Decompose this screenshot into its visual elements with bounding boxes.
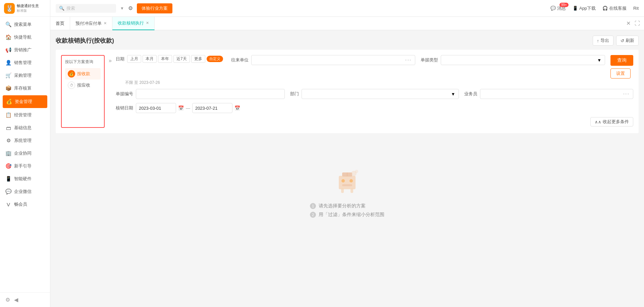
receivable-icon: ⏱	[68, 82, 75, 89]
counterpart-ellipsis[interactable]: ···	[405, 57, 412, 63]
date-note: 不限 至 2023-07-26	[125, 80, 633, 86]
main-area: 🔍 搜索 ▼ ⚙ 体验行业方案 💬 消息 99+ 📱 App下载 🎧 在线客服 …	[50, 0, 644, 307]
tab-home[interactable]: 首页	[50, 17, 70, 30]
export-icon: ↑	[597, 38, 599, 43]
tab-prepay[interactable]: 预付冲应付单 ✕	[70, 17, 112, 30]
sidebar: 🐰 畅捷通好生意 标准版 🔍搜索菜单 🏠快捷导航 📢营销推广 👤销售管理 🛒采购…	[0, 0, 50, 307]
refresh-button[interactable]: ↺ 刷新	[616, 36, 639, 46]
date-this-month[interactable]: 本月	[143, 55, 157, 63]
close-tab-icon[interactable]: ✕	[626, 20, 631, 27]
sidebar-footer: ⚙ ◀	[0, 292, 50, 307]
finance-icon: 💰	[6, 99, 12, 105]
collapse-sidebar-icon[interactable]: ◀	[14, 297, 18, 303]
doc-type-chevron: ▼	[597, 58, 601, 63]
dept-select[interactable]: ▼	[302, 89, 459, 99]
empty-tips: 1 请先选择要分析的方案 2 用「过滤」条件来缩小分析范围	[310, 203, 384, 218]
collapse-more-btn[interactable]: ∧∧ 收起更多条件	[590, 117, 633, 126]
sidebar-item-system[interactable]: ⚙系统管理	[0, 134, 50, 147]
topbar-right: 💬 消息 99+ 📱 App下载 🎧 在线客服 Rit	[550, 5, 639, 11]
sidebar-item-guide[interactable]: 🎯新手引导	[0, 160, 50, 172]
svg-rect-7	[351, 188, 353, 193]
setting-button[interactable]: 设置	[610, 68, 631, 79]
date-separator: —	[186, 106, 190, 111]
doc-no-label: 单据编号	[116, 91, 133, 97]
doc-type-label: 单据类型	[421, 57, 438, 63]
verify-date-range: 📅 — 📅	[136, 103, 240, 113]
collapse-arrow[interactable]: »	[109, 55, 112, 128]
query-by-receivable[interactable]: ⏱ 按应收	[65, 80, 101, 91]
date-this-year[interactable]: 本年	[158, 55, 172, 63]
tip-num-1: 1	[310, 203, 316, 209]
filter-form: 日期 上月 本月 本年 近7天 更多 自定义 往来单位 ·	[116, 55, 633, 128]
verify-date-end[interactable]	[192, 103, 232, 113]
industry-btn[interactable]: 体验行业方案	[137, 3, 172, 13]
date-7days[interactable]: 近7天	[173, 55, 190, 63]
sidebar-item-member[interactable]: V畅会员	[0, 198, 50, 211]
verify-date-start-calendar[interactable]: 📅	[178, 105, 184, 111]
sidebar-item-quick-nav[interactable]: 🏠快捷导航	[0, 31, 50, 44]
date-more[interactable]: 更多	[191, 55, 205, 63]
tip-num-2: 2	[310, 212, 316, 218]
topbar-search-box[interactable]: 🔍 搜索	[56, 4, 116, 13]
topbar-username[interactable]: Rit	[633, 6, 639, 11]
date-last-month[interactable]: 上月	[127, 55, 141, 63]
svg-point-3	[341, 179, 345, 183]
date-custom-badge: 自定义	[207, 56, 223, 62]
sidebar-item-marketing[interactable]: 📢营销推广	[0, 44, 50, 56]
date-label: 日期	[116, 56, 124, 62]
topbar-messages[interactable]: 💬 消息 99+	[550, 5, 566, 11]
settings-footer-icon[interactable]: ⚙	[5, 297, 10, 303]
sidebar-item-hardware[interactable]: 📱智能硬件	[0, 172, 50, 185]
sidebar-logo: 🐰 畅捷通好生意 标准版	[0, 0, 50, 17]
service-icon: 🎧	[602, 6, 608, 11]
svg-rect-0	[339, 176, 356, 189]
empty-illustration	[330, 164, 364, 198]
query-button[interactable]: 查询	[610, 55, 633, 66]
sidebar-item-enterprise[interactable]: 🏢企业协同	[0, 147, 50, 160]
sidebar-nav: 🔍搜索菜单 🏠快捷导航 📢营销推广 👤销售管理 🛒采购管理 📦库存核算 💰资金管…	[0, 17, 50, 292]
filter-btn-group: 查询 设置	[610, 55, 633, 79]
topbar-online-service[interactable]: 🎧 在线客服	[602, 5, 627, 11]
query-selector-title: 按以下方案查询	[65, 59, 101, 65]
empty-state: 1 请先选择要分析的方案 2 用「过滤」条件来缩小分析范围	[56, 137, 639, 245]
logo-sub: 标准版	[17, 8, 39, 13]
enterprise-icon: 🏢	[5, 150, 11, 156]
receipt-icon: 💰	[68, 70, 75, 78]
sidebar-item-inventory[interactable]: 📦库存核算	[0, 82, 50, 95]
empty-tip-2: 2 用「过滤」条件来缩小分析范围	[310, 212, 384, 218]
home-icon: 🏠	[5, 34, 11, 40]
expand-tab-icon[interactable]: ⛶	[635, 20, 640, 27]
tab-receipt-close[interactable]: ✕	[146, 21, 149, 25]
topbar-gear-icon[interactable]: ⚙	[128, 5, 133, 11]
sidebar-item-finance[interactable]: 💰资金管理	[3, 95, 47, 108]
verify-date-start[interactable]	[136, 103, 176, 113]
verify-date-end-calendar[interactable]: 📅	[234, 105, 240, 111]
export-button[interactable]: ↑ 导出	[593, 36, 614, 46]
topbar-chevron-icon[interactable]: ▼	[120, 6, 124, 11]
tab-prepay-close[interactable]: ✕	[104, 21, 107, 25]
tab-receipt-exec[interactable]: 收款核销执行 ✕	[112, 17, 155, 30]
doc-type-select[interactable]: ▼	[441, 55, 605, 65]
refresh-icon: ↺	[621, 38, 624, 43]
query-by-receipt[interactable]: 💰 按收款	[65, 68, 101, 80]
by-receipt-label: 按收款	[77, 71, 90, 77]
logo-icon: 🐰	[4, 3, 15, 14]
marketing-icon: 📢	[5, 47, 11, 53]
member-icon: V	[5, 202, 11, 207]
svg-point-4	[350, 179, 353, 183]
svg-rect-5	[342, 184, 352, 186]
topbar-app-download[interactable]: 📱 App下载	[573, 5, 596, 11]
hardware-icon: 📱	[5, 176, 11, 182]
sidebar-item-sales[interactable]: 👤销售管理	[0, 56, 50, 69]
sidebar-item-wechat[interactable]: 💬企业微信	[0, 185, 50, 198]
sidebar-item-basic[interactable]: 🗃基础信息	[0, 121, 50, 134]
sales-icon: 👤	[5, 60, 11, 66]
sidebar-item-purchase[interactable]: 🛒采购管理	[0, 69, 50, 82]
staff-ellipsis[interactable]: ···	[623, 91, 630, 97]
staff-label: 业务员	[464, 91, 477, 97]
doc-no-input[interactable]	[136, 89, 285, 99]
app-icon: 📱	[573, 6, 578, 11]
sidebar-item-business[interactable]: 📋经营管理	[0, 109, 50, 121]
search-placeholder: 搜索	[66, 5, 75, 11]
sidebar-item-search[interactable]: 🔍搜索菜单	[0, 18, 50, 31]
